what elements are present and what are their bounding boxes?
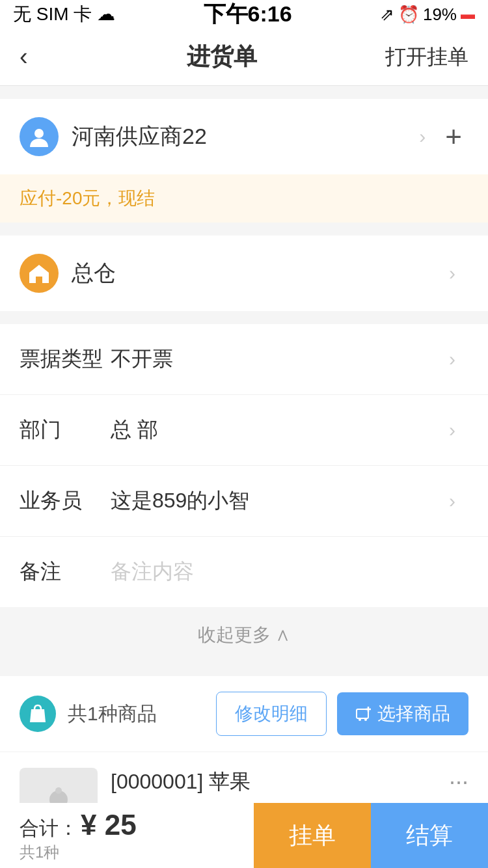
svg-point-5 xyxy=(364,718,367,721)
svg-point-7 xyxy=(55,787,62,794)
supplier-avatar xyxy=(20,117,59,156)
chevron-right-icon: › xyxy=(419,126,426,148)
sales-value: 这是859的小智 xyxy=(111,487,449,515)
supplier-name: 河南供应商22 xyxy=(72,122,419,152)
product-count-icon xyxy=(20,696,56,732)
person-icon xyxy=(27,125,51,148)
add-supplier-button[interactable]: + xyxy=(439,120,468,153)
product-header: 共1种商品 修改明细 选择商品 xyxy=(0,676,488,752)
open-hang-button[interactable]: 打开挂单 xyxy=(385,43,468,72)
status-right: ⇗ ⏰ 19% ▬ xyxy=(380,5,475,25)
status-time: 下午6:16 xyxy=(204,0,292,29)
warehouse-name: 总仓 xyxy=(72,258,449,288)
product-name: [0000001] 苹果 xyxy=(111,768,436,796)
invoice-label: 票据类型 xyxy=(20,345,111,373)
total-label: 合计： xyxy=(20,815,78,842)
dept-row[interactable]: 部门 总 部 › xyxy=(0,394,488,465)
supplier-section: 河南供应商22 › + 应付-20元，现结 xyxy=(0,99,488,223)
footer: 合计： ¥ 25 共1种 挂单 结算 xyxy=(0,803,488,868)
nav-bar: ‹ 进货单 打开挂单 xyxy=(0,29,488,86)
select-product-button[interactable]: 选择商品 xyxy=(337,692,468,735)
supplier-row[interactable]: 河南供应商22 › + xyxy=(0,99,488,174)
svg-point-4 xyxy=(359,718,361,721)
gap-3 xyxy=(0,311,488,324)
chevron-right-dept: › xyxy=(449,419,455,441)
invoice-row[interactable]: 票据类型 不开票 › xyxy=(0,324,488,394)
remark-label: 备注 xyxy=(20,558,111,586)
status-left: 无 SIM 卡 ☁ xyxy=(13,2,115,27)
remark-row[interactable]: 备注 备注内容 xyxy=(0,536,488,607)
footer-total: 合计： ¥ 25 共1种 xyxy=(0,809,254,863)
hang-button[interactable]: 挂单 xyxy=(254,803,371,868)
total-sub: 共1种 xyxy=(20,842,234,863)
invoice-value: 不开票 xyxy=(111,345,449,373)
gap-2 xyxy=(0,223,488,236)
form-section: 票据类型 不开票 › 部门 总 部 › 业务员 这是859的小智 › 备注 备注… xyxy=(0,324,488,607)
svg-point-0 xyxy=(34,129,44,138)
dept-label: 部门 xyxy=(20,416,111,444)
alarm-icon: ⏰ xyxy=(398,5,419,25)
battery-icon: ▬ xyxy=(461,6,475,23)
remark-input[interactable]: 备注内容 xyxy=(111,558,468,586)
sales-label: 业务员 xyxy=(20,487,111,515)
supplier-notice: 应付-20元，现结 xyxy=(0,174,488,223)
house-icon xyxy=(28,262,50,284)
warehouse-icon xyxy=(20,254,59,293)
cart-add-icon xyxy=(355,705,372,722)
product-more-button[interactable]: ··· xyxy=(436,768,468,795)
chevron-right-sales: › xyxy=(449,490,455,512)
product-count-text: 共1种商品 xyxy=(68,701,216,727)
total-amount: ¥ 25 xyxy=(81,809,137,841)
edit-detail-button[interactable]: 修改明细 xyxy=(216,692,327,736)
page-title: 进货单 xyxy=(187,41,257,73)
location-icon: ⇗ xyxy=(380,5,394,25)
warehouse-row[interactable]: 总仓 › xyxy=(0,236,488,311)
warehouse-section: 总仓 › xyxy=(0,236,488,311)
chevron-right-invoice: › xyxy=(449,348,455,370)
dept-value: 总 部 xyxy=(111,416,449,444)
back-button[interactable]: ‹ xyxy=(20,43,59,71)
gap-4 xyxy=(0,663,488,676)
battery-level: 19% xyxy=(423,5,457,25)
sim-signal: 无 SIM 卡 ☁ xyxy=(13,2,115,27)
status-bar: 无 SIM 卡 ☁ 下午6:16 ⇗ ⏰ 19% ▬ xyxy=(0,0,488,29)
svg-rect-1 xyxy=(357,709,368,718)
checkout-button[interactable]: 结算 xyxy=(371,803,488,868)
collapse-row[interactable]: 收起更多 ∧ xyxy=(0,607,488,663)
gap-1 xyxy=(0,86,488,99)
chevron-right-warehouse: › xyxy=(449,262,455,284)
sales-row[interactable]: 业务员 这是859的小智 › xyxy=(0,465,488,536)
shopping-bag-icon xyxy=(28,704,47,724)
